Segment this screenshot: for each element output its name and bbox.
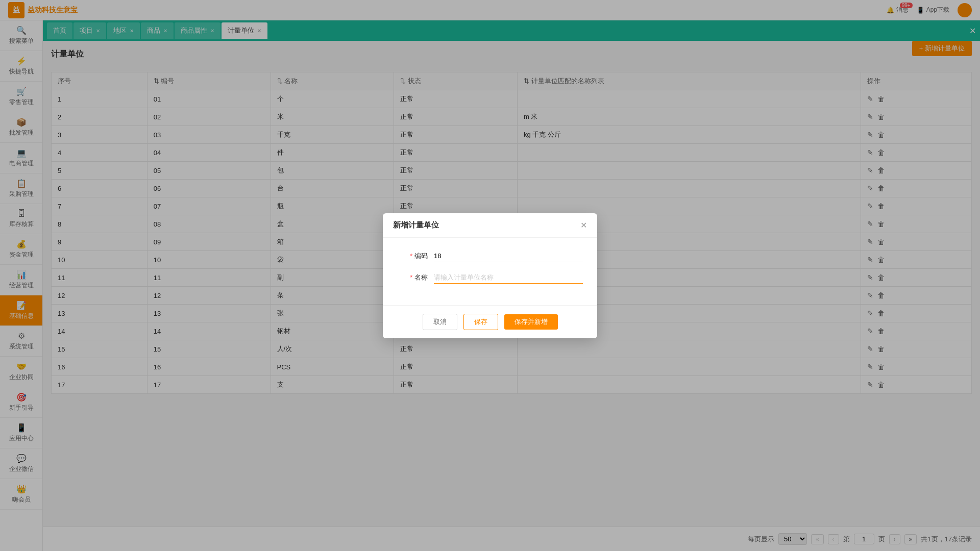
code-label: * 编码 [397, 252, 428, 261]
name-input[interactable] [434, 271, 583, 284]
code-form-row: * 编码 [397, 250, 583, 262]
cancel-button[interactable]: 取消 [423, 314, 457, 330]
modal-close-button[interactable]: ✕ [580, 220, 587, 230]
name-required: * [410, 273, 412, 281]
modal-footer: 取消 保存 保存并新增 [383, 305, 597, 338]
modal-header: 新增计量单位 ✕ [383, 213, 597, 238]
code-input[interactable] [434, 250, 583, 262]
code-required: * [410, 252, 412, 260]
add-unit-modal: 新增计量单位 ✕ * 编码 * 名称 取消 保存 保存并新增 [383, 213, 597, 338]
modal-body: * 编码 * 名称 [383, 238, 597, 305]
name-label: * 名称 [397, 273, 428, 282]
modal-overlay[interactable]: 新增计量单位 ✕ * 编码 * 名称 取消 保存 保存并新增 [0, 0, 980, 551]
name-form-row: * 名称 [397, 271, 583, 284]
save-and-new-button[interactable]: 保存并新增 [504, 314, 558, 330]
modal-title: 新增计量单位 [393, 220, 439, 230]
save-button[interactable]: 保存 [463, 314, 498, 330]
